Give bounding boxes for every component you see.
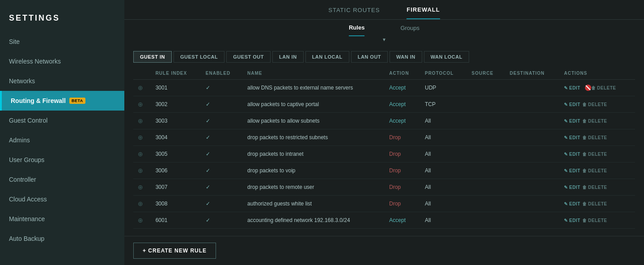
drag-icon: ⊕ xyxy=(138,167,143,174)
drag-handle[interactable]: ⊕ xyxy=(133,80,151,96)
delete-button[interactable]: 🗑 DELETE xyxy=(591,85,616,90)
rule-type-tab-lan-in[interactable]: LAN IN xyxy=(272,51,304,63)
actions-cell: ✎ EDIT🗑 DELETE xyxy=(559,113,635,129)
destination-cell xyxy=(505,113,559,129)
drag-handle[interactable]: ⊕ xyxy=(133,162,151,179)
edit-button[interactable]: ✎ EDIT xyxy=(564,135,580,140)
sidebar-item-user-groups[interactable]: User Groups xyxy=(0,150,124,170)
sidebar-item-site[interactable]: Site xyxy=(0,32,124,51)
source-cell xyxy=(467,129,505,146)
enabled-cell: ✓ xyxy=(201,96,243,113)
sidebar-item-maintenance[interactable]: Maintenance xyxy=(0,209,124,229)
footer: + CREATE NEW RULE xyxy=(124,236,644,265)
create-rule-button[interactable]: + CREATE NEW RULE xyxy=(133,243,216,259)
drag-handle[interactable]: ⊕ xyxy=(133,129,151,146)
rule-index-cell: 3001 xyxy=(151,80,201,96)
rule-type-tab-guest-local[interactable]: GUEST LOCAL xyxy=(174,51,225,63)
check-icon: ✓ xyxy=(206,118,210,124)
delete-button[interactable]: 🗑 DELETE xyxy=(582,185,607,190)
top-tab-static-routes[interactable]: STATIC ROUTES xyxy=(328,7,380,19)
sidebar-item-cloud-access[interactable]: Cloud Access xyxy=(0,189,124,209)
edit-button[interactable]: ✎ EDIT xyxy=(564,218,580,223)
sidebar-item-admins[interactable]: Admins xyxy=(0,130,124,150)
action-cell: Drop xyxy=(385,179,420,196)
top-tab-firewall[interactable]: FIREWALL xyxy=(407,6,440,19)
enabled-cell: ✓ xyxy=(201,196,243,212)
edit-button[interactable]: ✎ EDIT xyxy=(564,119,580,124)
sidebar-item-label: Cloud Access xyxy=(9,196,47,203)
sub-tab-rules[interactable]: Rules xyxy=(349,24,364,36)
drag-handle[interactable]: ⊕ xyxy=(133,146,151,162)
rule-type-tab-guest-in[interactable]: GUEST IN xyxy=(133,51,172,63)
edit-button[interactable]: ✎ EDIT xyxy=(564,201,580,206)
trash-icon: 🗑 xyxy=(582,102,587,107)
destination-cell xyxy=(505,129,559,146)
trash-icon: 🗑 xyxy=(582,152,587,157)
protocol-cell: All xyxy=(420,129,467,146)
sidebar-item-label: User Groups xyxy=(9,156,44,163)
sidebar-item-guest-control[interactable]: Guest Control xyxy=(0,111,124,130)
delete-button[interactable]: 🗑 DELETE xyxy=(582,168,607,173)
drag-handle[interactable]: ⊕ xyxy=(133,113,151,129)
trash-icon: 🗑 xyxy=(582,218,587,223)
sidebar-item-controller[interactable]: Controller xyxy=(0,170,124,189)
enabled-cell: ✓ xyxy=(201,162,243,179)
enabled-cell: ✓ xyxy=(201,80,243,96)
drag-handle[interactable]: ⊕ xyxy=(133,179,151,196)
sidebar-item-wireless-networks[interactable]: Wireless Networks xyxy=(0,51,124,71)
source-cell xyxy=(467,212,505,229)
edit-button[interactable]: ✎ EDIT xyxy=(564,85,580,90)
sidebar-item-label: Auto Backup xyxy=(9,235,44,242)
drag-handle[interactable]: ⊕ xyxy=(133,96,151,113)
source-cell xyxy=(467,113,505,129)
edit-button[interactable]: ✎ EDIT xyxy=(564,102,580,107)
rule-type-tab-wan-in[interactable]: WAN IN xyxy=(390,51,422,63)
trash-icon: 🗑 xyxy=(582,135,587,140)
edit-button[interactable]: ✎ EDIT xyxy=(564,168,580,173)
trash-icon: 🗑 xyxy=(591,85,596,90)
table-row: ⊕3005✓drop packets to intranetDropAll✎ E… xyxy=(133,146,635,162)
sub-tab-groups[interactable]: Groups xyxy=(400,25,419,36)
rule-type-tab-wan-local[interactable]: WAN LOCAL xyxy=(424,51,469,63)
pencil-icon: ✎ xyxy=(564,85,568,90)
enabled-cell: ✓ xyxy=(201,113,243,129)
edit-button[interactable]: ✎ EDIT xyxy=(564,152,580,157)
protocol-cell: All xyxy=(420,179,467,196)
edit-button[interactable]: ✎ EDIT xyxy=(564,185,580,190)
name-cell: accounting defined network 192.168.3.0/2… xyxy=(243,212,385,229)
sidebar: SETTINGS SiteWireless NetworksNetworksRo… xyxy=(0,0,124,265)
check-icon: ✓ xyxy=(206,167,210,174)
rules-tbody: ⊕3001✓allow DNS packets to external name… xyxy=(133,80,635,229)
source-cell xyxy=(467,196,505,212)
sidebar-item-routing-firewall[interactable]: Routing & FirewallBETA xyxy=(0,91,124,111)
delete-button[interactable]: 🗑 DELETE xyxy=(582,218,607,223)
check-icon: ✓ xyxy=(206,184,210,190)
sidebar-item-networks[interactable]: Networks xyxy=(0,71,124,91)
col-action: ACTION xyxy=(385,67,420,80)
check-icon: ✓ xyxy=(206,151,210,157)
delete-button[interactable]: 🗑 DELETE xyxy=(582,152,607,157)
rule-type-tabs: GUEST INGUEST LOCALGUEST OUTLAN INLAN LO… xyxy=(124,44,644,63)
delete-button[interactable]: 🗑 DELETE xyxy=(582,135,607,140)
rule-type-tab-lan-out[interactable]: LAN OUT xyxy=(351,51,388,63)
table-row: ⊕3003✓allow packets to allow subnetsAcce… xyxy=(133,113,635,129)
sidebar-item-auto-backup[interactable]: Auto Backup xyxy=(0,229,124,248)
actions-cell: ✎ EDIT🗑 DELETE xyxy=(559,162,635,179)
block-icon[interactable] xyxy=(585,85,591,91)
col-name: NAME xyxy=(243,67,385,80)
rule-type-tab-guest-out[interactable]: GUEST OUT xyxy=(226,51,271,63)
pencil-icon: ✎ xyxy=(564,185,568,190)
drag-handle[interactable]: ⊕ xyxy=(133,196,151,212)
drag-icon: ⊕ xyxy=(138,217,143,224)
drag-icon: ⊕ xyxy=(138,150,143,158)
pencil-icon: ✎ xyxy=(564,168,568,173)
delete-button[interactable]: 🗑 DELETE xyxy=(582,102,607,107)
table-container: RULE INDEX ENABLED NAME ACTION PROTOCOL … xyxy=(124,63,644,236)
delete-button[interactable]: 🗑 DELETE xyxy=(582,119,607,124)
drag-icon: ⊕ xyxy=(138,84,143,91)
delete-button[interactable]: 🗑 DELETE xyxy=(582,201,607,206)
drag-icon: ⊕ xyxy=(138,200,143,207)
name-cell: authorized guests white list xyxy=(243,196,385,212)
drag-handle[interactable]: ⊕ xyxy=(133,212,151,229)
rule-type-tab-lan-local[interactable]: LAN LOCAL xyxy=(305,51,349,63)
